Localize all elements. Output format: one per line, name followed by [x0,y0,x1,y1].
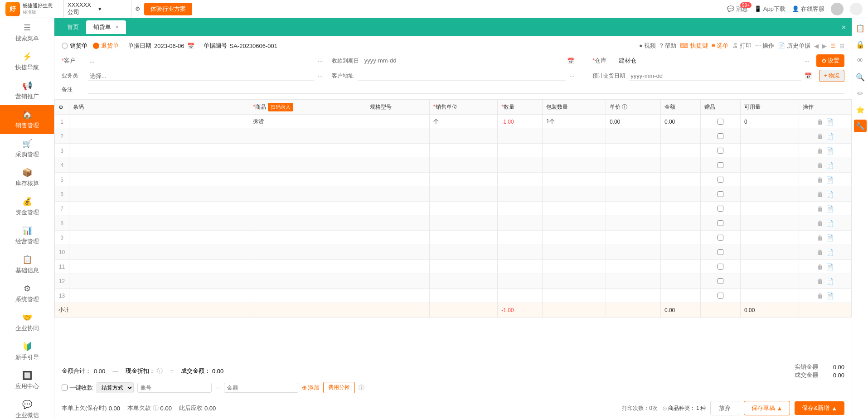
delete-icon[interactable]: 🗑 [817,191,823,198]
row-gift[interactable] [700,187,740,202]
sidebar-item-purchase[interactable]: 🛒 采购管理 [0,134,54,163]
row-unit-price[interactable] [606,144,660,158]
row-barcode[interactable] [69,158,249,173]
row-quantity[interactable] [498,289,543,303]
row-product[interactable] [249,245,366,260]
row-unit-price[interactable] [606,231,660,245]
row-product[interactable] [249,158,366,173]
sidebar-item-guide[interactable]: 🔰 新手引导 [0,337,54,366]
payment-method-select[interactable]: 结算方式 [97,382,134,393]
sidebar-item-search[interactable]: ☰ 搜索菜单 [0,18,54,47]
row-product[interactable] [249,129,366,144]
row-spec[interactable] [366,245,430,260]
copy-icon[interactable]: 📄 [826,234,834,241]
delete-icon[interactable]: 🗑 [817,249,823,256]
row-spec[interactable] [366,144,430,158]
copy-icon[interactable]: 📄 [826,220,834,227]
tab-sales-order[interactable]: 销货单 × [86,20,126,34]
sidebar-item-inventory[interactable]: 📦 库存核算 [0,163,54,192]
row-unit[interactable] [429,245,498,260]
delivery-calendar-icon[interactable]: 📅 [805,72,812,79]
row-quantity[interactable] [498,231,543,245]
copy-icon[interactable]: 📄 [826,205,834,212]
row-unit[interactable] [429,260,498,274]
row-barcode[interactable] [69,216,249,231]
row-product[interactable] [249,260,366,274]
grid-view-icon[interactable]: ⊞ [839,43,844,49]
toolbar-shortcut[interactable]: ⌨ 快捷键 [680,42,708,50]
row-quantity[interactable] [498,260,543,274]
online-service-btn[interactable]: 👤 在线客服 [792,5,824,13]
row-unit-price[interactable] [606,216,660,231]
scan-btn[interactable]: 扫码录入 [268,103,293,111]
row-amount[interactable] [660,158,700,173]
row-amount[interactable] [660,216,700,231]
row-quantity[interactable] [498,245,543,260]
salesperson-input[interactable] [88,72,314,81]
row-spec[interactable] [366,260,430,274]
row-quantity[interactable]: -1.00 [498,115,543,129]
row-spec[interactable] [366,129,430,144]
delete-icon[interactable]: 🗑 [817,162,823,169]
sidebar-item-basic[interactable]: 📋 基础信息 [0,250,54,279]
row-unit-price[interactable] [606,158,660,173]
salesperson-dots[interactable]: ··· [318,72,323,79]
row-unit[interactable] [429,173,498,187]
save-draft-button[interactable]: 保存草稿 ▲ [744,401,790,415]
row-quantity[interactable] [498,216,543,231]
row-quantity[interactable] [498,187,543,202]
address-dots[interactable]: ··· [569,72,574,79]
customer-input[interactable] [88,56,314,65]
row-quantity[interactable] [498,129,543,144]
th-settings[interactable]: ⚙ [55,100,69,115]
app-download-btn[interactable]: 📱 App下载 [754,5,786,13]
row-spec[interactable] [366,115,430,129]
row-unit[interactable] [429,202,498,216]
row-spec[interactable] [366,173,430,187]
row-unit[interactable] [429,289,498,303]
delivery-input[interactable] [629,72,800,81]
experience-button[interactable]: 体验行业方案 [144,3,192,15]
sidebar-item-finance[interactable]: 💰 资金管理 [0,192,54,221]
row-product[interactable] [249,216,366,231]
save-new-button[interactable]: 保存&新增 ▲ [795,401,844,415]
row-barcode[interactable] [69,187,249,202]
add-button[interactable]: ⊕ 添加 [302,384,320,392]
copy-icon[interactable]: 📄 [826,292,834,299]
row-spec[interactable] [366,274,430,289]
delete-icon[interactable]: 🗑 [817,278,823,285]
row-barcode[interactable] [69,260,249,274]
row-gift[interactable] [700,129,740,144]
copy-icon[interactable]: 📄 [826,191,834,198]
row-amount[interactable] [660,260,700,274]
row-spec[interactable] [366,202,430,216]
remark-input[interactable] [88,85,844,94]
row-gift[interactable] [700,144,740,158]
row-product[interactable] [249,289,366,303]
sidebar-item-appstore[interactable]: 🔲 应用中心 [0,366,54,395]
sidebar-item-enterprise[interactable]: 🤝 企业协同 [0,308,54,337]
toolbar-help[interactable]: ? 帮助 [659,42,676,50]
expense-split-btn[interactable]: 费用分摊 [323,382,355,393]
customer-dots[interactable]: ··· [318,58,323,64]
right-panel-highlight-icon[interactable]: 🔧 [854,120,867,132]
right-panel-search-icon[interactable]: 🔍 [854,71,867,83]
row-amount[interactable] [660,289,700,303]
delete-icon[interactable]: 🗑 [817,220,823,227]
row-unit-price[interactable] [606,202,660,216]
sidebar-item-operation[interactable]: 📊 经营管理 [0,221,54,250]
row-pkg-qty[interactable] [543,274,606,289]
one-click-pay-check[interactable] [62,385,68,390]
delete-icon[interactable]: 🗑 [817,176,823,183]
row-unit[interactable] [429,231,498,245]
delete-icon[interactable]: 🗑 [817,292,823,299]
logistics-btn[interactable]: + 物流 [819,70,844,82]
right-panel-edit-icon[interactable]: ✏ [854,87,867,100]
sidebar-item-quick-nav[interactable]: ⚡ 快捷导航 [0,47,54,76]
copy-icon[interactable]: 📄 [826,118,834,125]
row-quantity[interactable] [498,202,543,216]
row-product[interactable] [249,274,366,289]
row-amount[interactable] [660,173,700,187]
row-amount[interactable] [660,274,700,289]
copy-icon[interactable]: 📄 [826,278,834,285]
